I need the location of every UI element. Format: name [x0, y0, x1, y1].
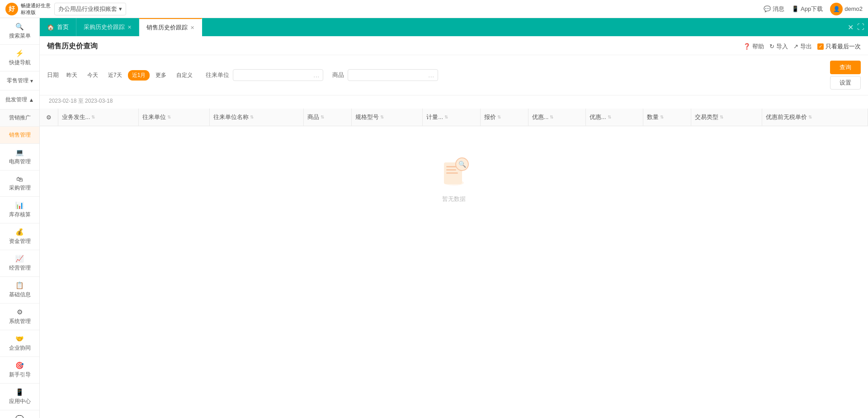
date-btn-today[interactable]: 今天 — [83, 70, 102, 81]
page-header-actions: ❓ 帮助 ↻ 导入 ↗ 导出 ✓ 只看最后一次 — [743, 43, 861, 51]
message-button[interactable]: 💬 消息 — [764, 5, 784, 13]
basic-info-icon: 📋 — [15, 281, 24, 290]
date-range-text: 2023-02-18 至 2023-03-18 — [49, 97, 113, 105]
sidebar-item-sales-mgmt[interactable]: 销售管理 — [0, 127, 39, 144]
checkbox-icon: ✓ — [817, 43, 824, 50]
sidebar-item-app-center[interactable]: 📱 应用中心 — [0, 384, 39, 410]
sidebar-item-operations[interactable]: 📈 经营管理 — [0, 250, 39, 277]
col-spec[interactable]: 规格型号 ⇅ — [352, 109, 423, 126]
product-input[interactable]: ... — [348, 69, 438, 81]
sidebar-item-finance[interactable]: 💰 资金管理 — [0, 223, 39, 250]
col-trade-type[interactable]: 交易类型 ⇅ — [691, 109, 762, 126]
sidebar-item-enterprise-wechat[interactable]: 💬 企业微信 — [0, 410, 39, 418]
sort-icon: ⇅ — [608, 115, 611, 119]
date-filter-group: 日期 昨天 今天 近7天 近1月 更多 自定义 — [47, 70, 197, 81]
download-icon: 📱 — [792, 5, 799, 12]
sidebar-item-marketing[interactable]: 营销推广 — [0, 109, 39, 127]
sort-icon: ⇅ — [550, 115, 553, 119]
logo-area: 好 畅捷通好生意 标准版 — [5, 2, 51, 15]
app-download-button[interactable]: 📱 App下载 — [792, 5, 823, 13]
only-latest-checkbox[interactable]: ✓ 只看最后一次 — [817, 43, 861, 51]
sort-icon: ⇅ — [167, 115, 171, 119]
sort-icon: ⇅ — [808, 115, 812, 119]
svg-text:🔍: 🔍 — [458, 161, 467, 168]
sidebar-item-system[interactable]: ⚙ 系统管理 — [0, 304, 39, 330]
page-container: 销售历史价查询 ❓ 帮助 ↻ 导入 ↗ 导出 — [40, 36, 868, 418]
product-label: 商品 — [332, 71, 344, 79]
col-settings[interactable]: ⚙ — [40, 109, 58, 126]
data-table: ⚙ 业务发生... ⇅ 往来单 — [40, 109, 868, 126]
sidebar-item-wholesale[interactable]: 批发管理 ▲ — [0, 90, 39, 109]
col-partner[interactable]: 往来单位 ⇅ — [138, 109, 209, 126]
user-profile[interactable]: 👤 demo2 — [830, 3, 863, 15]
tab-purchase-history[interactable]: 采购历史价跟踪 ✕ — [76, 18, 139, 36]
col-discount2[interactable]: 优惠... ⇅ — [585, 109, 643, 126]
tab-close-sales[interactable]: ✕ — [190, 25, 194, 31]
sort-icon: ⇅ — [720, 115, 723, 119]
maximize-button[interactable]: ⛶ — [857, 23, 864, 31]
filter-bar: 日期 昨天 今天 近7天 近1月 更多 自定义 往来单位 — [40, 55, 868, 95]
customer-label: 往来单位 — [206, 71, 229, 79]
sidebar-item-ecommerce[interactable]: 💻 电商管理 — [0, 144, 39, 171]
col-quote-price[interactable]: 报价 ⇅ — [480, 109, 528, 126]
date-label: 日期 — [47, 71, 59, 79]
sidebar-item-new-guide[interactable]: 🎯 新手引导 — [0, 357, 39, 384]
col-discount1[interactable]: 优惠... ⇅ — [528, 109, 585, 126]
sidebar-item-retail[interactable]: 零售管理 ▾ — [0, 71, 39, 90]
product-picker-icon[interactable]: ... — [428, 71, 434, 79]
wholesale-submenu: 营销推广 销售管理 — [0, 109, 39, 144]
date-btn-custom[interactable]: 自定义 — [172, 70, 197, 81]
app-center-icon: 📱 — [15, 388, 24, 396]
chevron-up-icon: ▲ — [29, 97, 34, 103]
sort-icon: ⇅ — [321, 115, 324, 119]
date-btn-more[interactable]: 更多 — [151, 70, 170, 81]
product-filter-group: 商品 ... — [332, 69, 438, 81]
page-title: 销售历史价查询 — [47, 42, 98, 51]
lightning-icon: ⚡ — [15, 49, 24, 57]
export-button[interactable]: ↗ 导出 — [793, 43, 812, 51]
guide-icon: 🎯 — [15, 361, 24, 370]
sidebar-item-purchase[interactable]: 🛍 采购管理 — [0, 171, 39, 197]
tab-close-purchase[interactable]: ✕ — [127, 24, 132, 30]
sidebar-item-search-menu[interactable]: 🔍 搜索菜单 — [0, 18, 39, 45]
company-selector[interactable]: 办公用品行业模拟账套 ▾ — [54, 3, 126, 15]
top-bar: 好 畅捷通好生意 标准版 办公用品行业模拟账套 ▾ 💬 消息 📱 App下载 👤… — [0, 0, 868, 18]
column-settings-icon[interactable]: ⚙ — [46, 114, 52, 121]
import-button[interactable]: ↻ 导入 — [769, 43, 788, 51]
col-unit[interactable]: 计量... ⇅ — [423, 109, 480, 126]
page-inner: 销售历史价查询 ❓ 帮助 ↻ 导入 ↗ 导出 — [40, 36, 868, 418]
sidebar-item-basic-info[interactable]: 📋 基础信息 — [0, 277, 39, 304]
date-btn-1month[interactable]: 近1月 — [128, 70, 150, 81]
sort-icon: ⇅ — [444, 115, 448, 119]
close-tab-button[interactable]: ✕ — [848, 23, 854, 32]
col-quantity[interactable]: 数量 ⇅ — [643, 109, 691, 126]
empty-text: 暂无数据 — [442, 195, 466, 203]
help-button[interactable]: ❓ 帮助 — [743, 43, 764, 51]
settings-button[interactable]: 设置 — [830, 76, 861, 90]
operations-icon: 📈 — [15, 255, 24, 263]
col-biz-date[interactable]: 业务发生... ⇅ — [58, 109, 138, 126]
sidebar-item-enterprise-collab[interactable]: 🤝 企业协同 — [0, 330, 39, 357]
customer-picker-icon[interactable]: ... — [313, 71, 319, 79]
tab-home[interactable]: 🏠 首页 — [40, 18, 76, 36]
date-range-display: 2023-02-18 至 2023-03-18 — [40, 95, 868, 109]
ecommerce-icon: 💻 — [15, 148, 24, 157]
col-pre-tax-price[interactable]: 优惠前无税单价 ⇅ — [762, 109, 868, 126]
tab-sales-history[interactable]: 销售历史价跟踪 ✕ — [139, 18, 202, 36]
date-btn-7days[interactable]: 近7天 — [104, 70, 126, 81]
col-partner-name[interactable]: 往来单位名称 ⇅ — [209, 109, 303, 126]
search-button[interactable]: 查询 — [830, 61, 861, 74]
page-header: 销售历史价查询 ❓ 帮助 ↻ 导入 ↗ 导出 — [40, 36, 868, 55]
inventory-icon: 📊 — [15, 201, 24, 209]
sort-icon: ⇅ — [91, 115, 95, 119]
export-icon: ↗ — [793, 43, 798, 50]
empty-icon: 🔍 — [436, 153, 472, 190]
filter-actions: 查询 设置 — [830, 61, 861, 90]
sidebar-item-quick-nav[interactable]: ⚡ 快捷导航 — [0, 45, 39, 71]
tab-bar: 🏠 首页 采购历史价跟踪 ✕ 销售历史价跟踪 ✕ ✕ ⛶ — [40, 18, 868, 36]
sidebar-item-inventory[interactable]: 📊 库存核算 — [0, 197, 39, 223]
date-btn-yesterday[interactable]: 昨天 — [62, 70, 81, 81]
col-product[interactable]: 商品 ⇅ — [304, 109, 352, 126]
main-layout: 🔍 搜索菜单 ⚡ 快捷导航 零售管理 ▾ 批发管理 ▲ 营销推广 销售管理 💻 … — [0, 18, 868, 418]
customer-input[interactable]: ... — [233, 69, 323, 81]
